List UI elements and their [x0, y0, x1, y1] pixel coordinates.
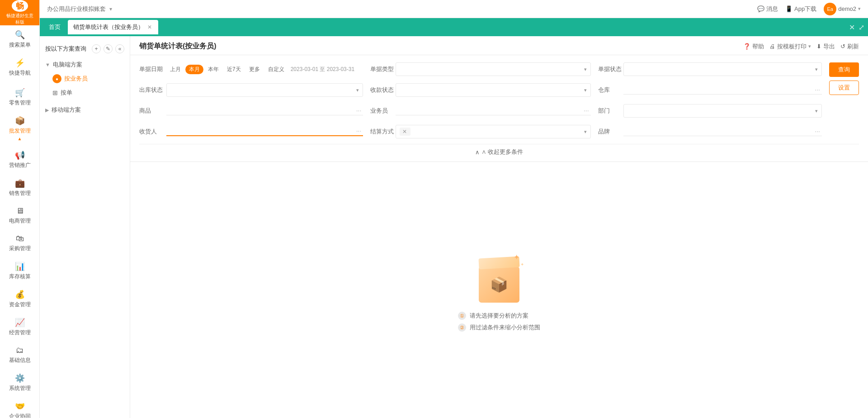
sidebar-item-base[interactable]: 🗂 基础信息 [0, 341, 40, 369]
date-pill-current-month[interactable]: 本月 [185, 65, 203, 74]
sidebar-item-label: 系统管理 [9, 385, 31, 392]
tree-mobile-schemes[interactable]: ▶ 移动端方案 [40, 103, 130, 117]
tree-section-desktop: ▼ 电脑端方案 ● 按业务员 ⊞ 按单 [40, 56, 130, 101]
sidebar-item-inventory[interactable]: 📊 库存核算 [0, 257, 40, 285]
help-button[interactable]: ❓ 帮助 [743, 43, 764, 51]
app-download-button[interactable]: 📱 App下载 [785, 5, 816, 13]
settings-button[interactable]: 设置 [829, 81, 859, 95]
brand-input[interactable] [623, 128, 813, 134]
sidebar-item-retail[interactable]: 🛒 零售管理 [0, 83, 40, 111]
goods-ellipsis[interactable]: ··· [354, 107, 363, 114]
settlement-tag: ✕ [400, 128, 410, 136]
receipt-status-select[interactable]: ▾ [396, 83, 590, 97]
consignee-input[interactable] [166, 128, 354, 134]
warehouse-input[interactable] [623, 86, 813, 93]
department-select[interactable]: ▾ [623, 104, 822, 118]
doc-type-select[interactable]: ▾ [396, 62, 590, 76]
tree-section-label: 移动端方案 [52, 106, 81, 114]
edit-icon: ✎ [106, 46, 110, 52]
user-name: demo2 [838, 5, 856, 12]
tree-item-by-order[interactable]: ⊞ 按单 [40, 86, 130, 100]
export-button[interactable]: ⬇ 导出 [816, 43, 835, 51]
sidebar-item-ecom[interactable]: 🖥 电商管理 [0, 202, 40, 229]
brand-ellipsis[interactable]: ··· [813, 128, 822, 135]
main-content: 办公用品行业模拟账套 ▾ 💬 消息 📱 App下载 Ea demo2 ▾ [40, 0, 868, 418]
consignee-input-area: ··· [166, 127, 363, 136]
header-dropdown-arrow[interactable]: ▾ [109, 6, 112, 12]
help-label: 帮助 [752, 43, 764, 51]
home-tab-label: 首页 [49, 23, 61, 31]
collapse-icon: « [118, 46, 122, 52]
avatar: Ea [824, 3, 836, 15]
page-title-actions: ❓ 帮助 🖨 按模板打印 ▾ ⬇ 导出 ↺ [743, 43, 859, 51]
sidebar-item-marketing[interactable]: 📢 营销推广 [0, 146, 40, 174]
tree-desktop-schemes[interactable]: ▼ 电脑端方案 [40, 58, 130, 71]
add-scheme-button[interactable]: + [92, 44, 101, 53]
date-filter-cell: 单据日期 上月 本月 本年 近7天 更多 自定义 2023-03-01 至 20… [139, 61, 367, 78]
goods-label: 商品 [139, 107, 166, 115]
step-number-2: ② [458, 323, 466, 332]
tab-expand-button[interactable]: ⤢ [859, 23, 864, 32]
sidebar-item-sales[interactable]: 💼 销售管理 [0, 174, 40, 202]
sidebar-item-shortcuts[interactable]: ⚡ 快捷导航 [0, 53, 40, 81]
step-2-text: 用过滤条件来缩小分析范围 [470, 323, 540, 332]
sidebar-item-finance[interactable]: 💰 资金管理 [0, 285, 40, 313]
collapse-panel-button[interactable]: « [115, 44, 124, 53]
tab-close-all-button[interactable]: ✕ [849, 23, 855, 32]
sidebar-item-label: 批发管理 [9, 127, 31, 135]
salesperson-ellipsis[interactable]: ··· [582, 107, 591, 114]
settlement-select[interactable]: ✕ ▾ [396, 125, 590, 138]
left-panel: 按以下方案查询 + ✎ « ▼ [40, 36, 130, 418]
refresh-button[interactable]: ↺ 刷新 [840, 43, 859, 51]
shortcuts-icon: ⚡ [15, 58, 25, 68]
messages-label: 消息 [766, 5, 778, 13]
collapse-conditions-button[interactable]: ∧ ∧ 收起更多条件 [475, 148, 524, 156]
date-pill-custom[interactable]: 自定义 [264, 65, 288, 74]
salesperson-input-area: ··· [396, 107, 590, 115]
tab-home[interactable]: 首页 [43, 20, 66, 34]
empty-state: 📦 ✦ ✦ ① 请先选择要 [458, 248, 540, 332]
header-title: 办公用品行业模拟账套 [47, 5, 106, 13]
tab-close-button[interactable]: ✕ [146, 23, 153, 31]
sidebar-item-label: 搜索菜单 [9, 41, 31, 49]
date-pill-last-month[interactable]: 上月 [166, 65, 184, 74]
out-status-select[interactable]: ▾ [166, 83, 363, 97]
template-print-button[interactable]: 🖨 按模板打印 ▾ [769, 43, 811, 51]
warehouse-ellipsis[interactable]: ··· [813, 86, 822, 93]
app-logo[interactable]: 畅 畅捷通好生意 标版 [0, 0, 40, 25]
consignee-ellipsis[interactable]: ··· [354, 127, 363, 134]
doc-type-filter-cell: 单据类型 ▾ [367, 61, 594, 78]
date-pill-more[interactable]: 更多 [245, 65, 264, 74]
sidebar-item-purchase[interactable]: 🛍 采购管理 [0, 229, 40, 257]
sidebar-item-operations[interactable]: 📈 经营管理 [0, 313, 40, 341]
tab-sales-stat[interactable]: 销货单统计表（按业务员） ✕ [68, 20, 158, 34]
export-icon: ⬇ [816, 43, 821, 50]
scheme-label: 按单 [61, 89, 72, 97]
query-button[interactable]: 查询 [829, 62, 859, 77]
date-pill-7days[interactable]: 近7天 [223, 65, 245, 74]
tree-item-by-salesperson[interactable]: ● 按业务员 [40, 71, 130, 86]
goods-input-area: ··· [166, 107, 363, 115]
user-profile[interactable]: Ea demo2 ▾ [824, 3, 861, 15]
tree-expand-icon: ▼ [45, 62, 50, 67]
goods-input[interactable] [166, 107, 354, 114]
top-header: 办公用品行业模拟账套 ▾ 💬 消息 📱 App下载 Ea demo2 ▾ [40, 0, 868, 18]
edit-scheme-button[interactable]: ✎ [104, 44, 113, 53]
sidebar-item-search[interactable]: 🔍 搜索菜单 [0, 25, 40, 53]
date-pill-year[interactable]: 本年 [204, 65, 222, 74]
sidebar-item-enterprise[interactable]: 🤝 企业协同 [0, 397, 40, 418]
messages-button[interactable]: 💬 消息 [757, 5, 778, 13]
collapse-bar: ∧ ∧ 收起更多条件 [139, 144, 859, 156]
doc-status-select[interactable]: ▾ [623, 62, 822, 76]
sidebar-item-system[interactable]: ⚙️ 系统管理 [0, 369, 40, 397]
right-panel: 销货单统计表(按业务员) ❓ 帮助 🖨 按模板打印 ▾ ⬇ [130, 36, 868, 418]
active-scheme-badge: ● [52, 74, 61, 83]
sidebar-item-wholesale[interactable]: 📦 批发管理 ▲ [0, 111, 40, 146]
salesperson-input[interactable] [396, 107, 582, 114]
empty-steps: ① 请先选择要分析的方案 ② 用过滤条件来缩小分析范围 [458, 312, 540, 332]
tab-bar-actions: ✕ ⤢ [849, 23, 864, 32]
settlement-tag-x[interactable]: ✕ [402, 128, 407, 135]
out-status-filter-cell: 出库状态 ▾ [139, 81, 367, 99]
template-print-label: 按模板打印 [777, 43, 807, 51]
brand-input-area: ··· [623, 128, 822, 136]
